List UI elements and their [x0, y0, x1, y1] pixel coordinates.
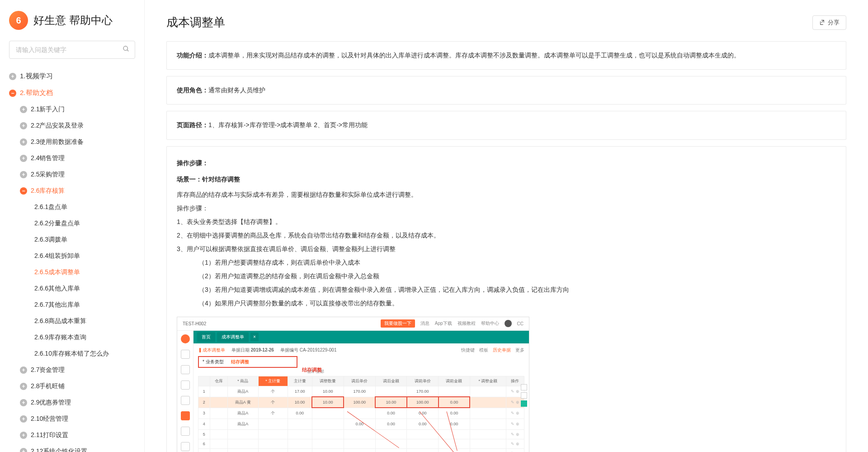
ss-tenant: TEST-H002: [183, 321, 206, 326]
nav-item[interactable]: +2.12系统个性化设置: [9, 443, 135, 452]
expand-icon: +: [20, 399, 27, 406]
step-2: 2、在明细中选择要调整的商品及仓库，系统会自动带出结存数量和结存金额，以及结存成…: [177, 229, 836, 242]
nav-item[interactable]: +2.7资金管理: [9, 362, 135, 378]
nav-item[interactable]: +2.1新手入门: [9, 101, 135, 118]
search-icon[interactable]: [123, 45, 130, 54]
steps-heading: 操作步骤：: [177, 157, 836, 169]
share-button[interactable]: 分享: [812, 15, 846, 30]
ss-code-label: 单据编号: [280, 347, 298, 352]
nav-item[interactable]: +2.4销售管理: [9, 150, 135, 167]
expand-icon: +: [20, 415, 27, 423]
expand-icon: +: [20, 383, 27, 390]
ss-filter-box: * 业务类型 结存调整: [198, 356, 297, 368]
logo-icon: 6: [9, 11, 28, 30]
nav-item[interactable]: −2.帮助文档: [9, 85, 135, 101]
scene-desc: 库存商品的结存成本与实际成本有差异，需要根据结存数量和实际单位成本进行调整。: [177, 188, 836, 201]
page-title: 成本调整单: [166, 14, 225, 30]
expand-icon: +: [20, 155, 27, 162]
ss-avatar: [505, 320, 512, 327]
expand-icon: +: [20, 122, 27, 129]
ss-app-icon: App下载: [435, 320, 452, 327]
collapse-icon: −: [9, 90, 16, 97]
nav-label: 2.6.1盘点单: [34, 203, 67, 211]
nav-item[interactable]: +2.2产品安装及登录: [9, 118, 135, 134]
nav-item[interactable]: 2.6.8商品成本重算: [9, 313, 135, 329]
search-box: [9, 41, 135, 59]
step-3c: （3）若用户知道要调增或调减的成本差值，则在调整金额中录入差值，调增录入正值，记…: [177, 283, 836, 296]
nav-item[interactable]: 2.6.1盘点单: [9, 199, 135, 215]
nav-item[interactable]: +2.5采购管理: [9, 167, 135, 183]
ss-filter-value: 结存调整: [231, 359, 249, 365]
ss-help-icon: 帮助中心: [481, 320, 499, 327]
nav-label: 2.10经营管理: [31, 415, 68, 423]
ss-nav-icon: [181, 427, 190, 436]
ss-history: 历史单据: [493, 347, 511, 353]
nav-item[interactable]: 2.6.9库存账本查询: [9, 329, 135, 346]
nav-label: 2.6库存核算: [31, 187, 65, 195]
nav-label: 2.11打印设置: [31, 431, 68, 439]
nav-item[interactable]: 2.6.2分量盘点单: [9, 215, 135, 232]
nav-label: 2.6.8商品成本重算: [34, 317, 86, 325]
role-label: 使用角色：: [177, 86, 208, 94]
nav-item[interactable]: 2.6.5成本调整单: [9, 264, 135, 281]
nav-label: 2.1新手入门: [31, 105, 65, 114]
nav-label: 2.6.6其他入库单: [34, 285, 80, 293]
nav-item[interactable]: 2.6.6其他入库单: [9, 281, 135, 297]
expand-icon: +: [20, 432, 27, 439]
nav-item[interactable]: +2.11打印设置: [9, 427, 135, 443]
ss-nav-icon-active: [181, 411, 190, 420]
sidebar: 6 好生意 帮助中心 +1.视频学习−2.帮助文档+2.1新手入门+2.2产品安…: [0, 0, 145, 452]
search-input[interactable]: [9, 41, 135, 59]
nav-item[interactable]: 2.6.7其他出库单: [9, 297, 135, 313]
ss-nav-icon: [181, 442, 190, 451]
logo-text: 好生意 帮助中心: [33, 13, 113, 28]
nav-tree: +1.视频学习−2.帮助文档+2.1新手入门+2.2产品安装及登录+2.3使用前…: [9, 68, 135, 452]
ss-video-icon: 视频教程: [458, 320, 476, 327]
nav-label: 2.帮助文档: [20, 89, 53, 97]
steps-sub: 操作步骤：: [177, 202, 836, 214]
expand-icon: +: [9, 73, 16, 80]
role-box: 使用角色：通常由财务人员维护: [166, 76, 846, 105]
nav-label: 2.5采购管理: [31, 171, 65, 179]
ss-tab-cost: 成本调整单: [217, 332, 249, 342]
ss-table: 仓库* 商品* 主计量主计量调整数量调后单价调后金额调前单价调前金额* 调整金额…: [198, 376, 524, 452]
nav-item[interactable]: −2.6库存核算: [9, 183, 135, 199]
ss-sidebar: [177, 331, 193, 452]
intro-box: 功能介绍：成本调整单，用来实现对商品结存成本的调整，以及针对具体的出入库单进行成…: [166, 41, 846, 70]
nav-item[interactable]: 2.6.4组装拆卸单: [9, 248, 135, 264]
nav-item[interactable]: +2.3使用前数据准备: [9, 134, 135, 150]
nav-item[interactable]: +2.9优惠券管理: [9, 395, 135, 411]
ss-code: CA-20191229-001: [300, 347, 337, 352]
nav-label: 2.6.7其他出库单: [34, 301, 80, 309]
nav-label: 1.视频学习: [20, 72, 53, 81]
ss-quick: 快捷键: [461, 347, 475, 353]
embedded-screenshot: TEST-H002 我要做股一下 消息 App下载 视频教程 帮助中心 CC: [177, 317, 529, 452]
nav-item[interactable]: +2.8手机旺铺: [9, 378, 135, 395]
expand-icon: +: [20, 106, 27, 113]
scene-title: 场景一：针对结存调整: [177, 173, 836, 186]
ss-nav-icon: [181, 381, 190, 390]
step-3a: （1）若用户想要调整结存成本，则在调后单价中录入成本: [177, 256, 836, 269]
nav-item[interactable]: +1.视频学习: [9, 68, 135, 85]
logo: 6 好生意 帮助中心: [9, 11, 135, 30]
ss-logo-icon: [181, 334, 190, 343]
expand-icon: +: [20, 171, 27, 178]
nav-item[interactable]: 2.6.10库存账本错了怎么办: [9, 346, 135, 362]
ss-more: 更多: [515, 347, 524, 353]
ss-msg-icon: 消息: [420, 320, 429, 327]
path-label: 页面路径：: [177, 121, 208, 128]
ss-nav-icon: [181, 365, 190, 374]
collapse-icon: −: [20, 187, 27, 195]
nav-item[interactable]: +2.10经营管理: [9, 411, 135, 427]
expand-icon: +: [20, 366, 27, 374]
ss-tab-close-icon: ×: [250, 333, 259, 341]
nav-item[interactable]: 2.6.3调拨单: [9, 232, 135, 248]
ss-nav-icon: [181, 350, 190, 359]
nav-label: 2.7资金管理: [31, 366, 65, 374]
nav-label: 2.6.2分量盘点单: [34, 219, 80, 228]
nav-label: 2.6.3调拨单: [34, 236, 67, 244]
expand-icon: +: [20, 448, 27, 452]
step-3b: （2）若用户知道调整总的结存金额，则在调后金额中录入总金额: [177, 270, 836, 282]
ss-tool-icon: [521, 392, 527, 399]
step-3: 3、用户可以根据调整依据直接在调后单价、调后金额、调整金额列上进行调整: [177, 243, 836, 255]
